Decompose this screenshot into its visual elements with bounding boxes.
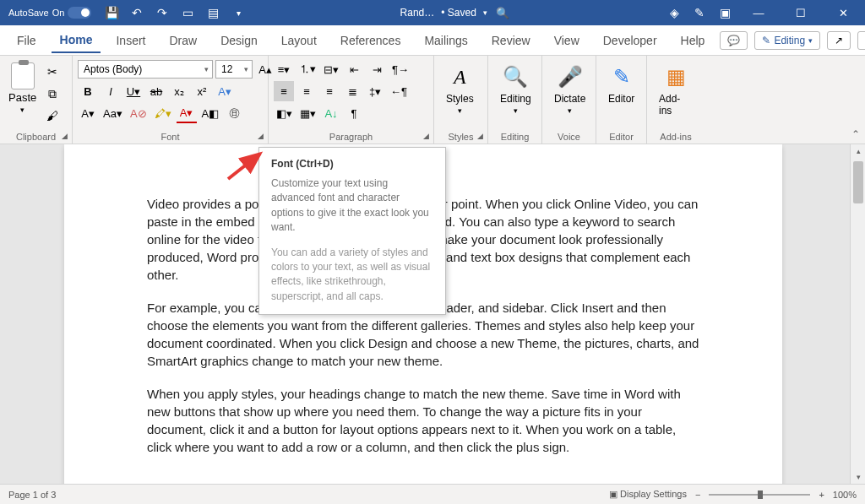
group-editor: ✎ Editor Editor (596, 56, 647, 144)
align-right-icon[interactable]: ≡ (319, 81, 340, 101)
shading-icon[interactable]: ◧▾ (274, 103, 295, 123)
rtl-icon[interactable]: ←¶ (388, 81, 410, 101)
editing-mode-button[interactable]: ✎ Editing ▾ (754, 31, 820, 50)
scroll-thumb[interactable] (853, 161, 863, 203)
save-icon[interactable]: 💾 (101, 3, 122, 23)
editor-button[interactable]: ✎ Editor (601, 59, 641, 108)
tab-view[interactable]: View (546, 29, 588, 52)
addins-button[interactable]: ▦ Add-ins (652, 59, 699, 120)
clipboard-icon (11, 62, 35, 89)
styles-launcher[interactable]: ◢ (474, 130, 486, 142)
paragraph[interactable]: When you apply styles, your headings cha… (147, 385, 699, 456)
tab-mailings[interactable]: Mailings (416, 29, 476, 52)
clipboard-launcher[interactable]: ◢ (58, 130, 70, 142)
qat-more-icon[interactable]: ▾ (228, 3, 248, 23)
tab-home[interactable]: Home (52, 28, 101, 53)
styles-button[interactable]: A Styles ▾ (439, 59, 481, 118)
document-title[interactable]: Rand… • Saved ▾ (400, 7, 487, 19)
editing-button[interactable]: 🔍 Editing ▾ (493, 59, 538, 118)
tab-review[interactable]: Review (483, 29, 539, 52)
wand-icon[interactable]: ✎ (689, 3, 710, 23)
zoom-slider[interactable] (709, 494, 810, 496)
underline-button[interactable]: U▾ (123, 81, 144, 101)
copy-icon[interactable]: ⧉ (43, 84, 62, 103)
numbering-icon[interactable]: ⒈▾ (296, 59, 318, 79)
tab-design[interactable]: Design (212, 29, 266, 52)
close-button[interactable]: ✕ (824, 0, 862, 25)
increase-indent-icon[interactable]: ⇥ (367, 59, 387, 79)
justify-icon[interactable]: ≣ (342, 81, 362, 101)
redo-icon[interactable]: ↷ (152, 3, 172, 23)
group-clipboard: Paste ▾ ✂ ⧉ 🖌 Clipboard ◢ (0, 56, 73, 144)
chevron-down-icon: ▾ (458, 106, 462, 115)
minimize-button[interactable]: — (740, 0, 777, 25)
group-paragraph: ≡▾ ⒈▾ ⊟▾ ⇤ ⇥ ¶→ ≡ ≡ ≡ ≣ ‡▾ ←¶ ◧▾ ▦ (269, 56, 434, 144)
tab-insert[interactable]: Insert (107, 29, 154, 52)
bold-button[interactable]: B (78, 81, 98, 101)
paste-button[interactable]: Paste ▾ (5, 59, 40, 117)
italic-button[interactable]: I (101, 81, 121, 101)
search-icon[interactable]: 🔍 (492, 3, 513, 23)
toggle-icon[interactable] (68, 7, 91, 19)
qat-icon[interactable]: ▭ (177, 3, 198, 23)
line-spacing-icon[interactable]: ‡▾ (365, 81, 385, 101)
subscript-button[interactable]: x₂ (169, 81, 189, 101)
collapse-ribbon-icon[interactable]: ⌃ (851, 128, 860, 140)
zoom-in-button[interactable]: + (819, 490, 824, 500)
group-label: Voice (547, 130, 590, 142)
cut-icon[interactable]: ✂ (43, 62, 62, 81)
profile-button[interactable]: 👤 (857, 31, 865, 50)
autosave-control[interactable]: AutoSave On (3, 6, 96, 19)
autosave-label: AutoSave (8, 8, 49, 18)
page-indicator[interactable]: Page 1 of 3 (8, 490, 56, 500)
align-left-icon[interactable]: ≡ (274, 81, 294, 101)
shrink-font-icon[interactable]: A▾ (78, 103, 98, 123)
font-color-icon[interactable]: A▾ (177, 103, 197, 123)
qat-icon-2[interactable]: ▤ (203, 3, 223, 23)
tab-developer[interactable]: Developer (595, 29, 666, 52)
paragraph-launcher[interactable]: ◢ (420, 130, 432, 142)
tab-layout[interactable]: Layout (273, 29, 325, 52)
zoom-out-button[interactable]: − (695, 490, 700, 500)
multilevel-icon[interactable]: ⊟▾ (321, 59, 341, 79)
scroll-down-icon[interactable]: ▾ (851, 470, 865, 484)
character-shading-icon[interactable]: A◧ (199, 103, 222, 123)
ribbon-tabs: File Home Insert Draw Design Layout Refe… (0, 25, 865, 56)
enclose-icon[interactable]: ㊐ (224, 103, 244, 123)
strike-button[interactable]: ab (146, 81, 166, 101)
font-name-combo[interactable]: Aptos (Body) (78, 60, 213, 79)
display-settings-button[interactable]: ▣ Display Settings (609, 489, 687, 500)
font-size-combo[interactable]: 12 (215, 60, 253, 79)
font-dialog-launcher[interactable]: ◢ (254, 130, 266, 142)
maximize-button[interactable]: ☐ (782, 0, 819, 25)
vertical-scrollbar[interactable]: ▴ ▾ (850, 144, 865, 484)
diamond-icon[interactable]: ◈ (664, 3, 684, 23)
text-effects-icon[interactable]: A▾ (215, 81, 235, 101)
undo-icon[interactable]: ↶ (127, 3, 147, 23)
zoom-level[interactable]: 100% (833, 490, 857, 500)
tab-file[interactable]: File (8, 29, 45, 52)
highlight-icon[interactable]: 🖍▾ (152, 103, 174, 123)
tab-draw[interactable]: Draw (160, 29, 205, 52)
scroll-up-icon[interactable]: ▴ (851, 144, 865, 158)
format-painter-icon[interactable]: 🖌 (43, 106, 62, 125)
change-case-icon[interactable]: Aa▾ (101, 103, 125, 123)
share-button[interactable]: ↗ (827, 31, 851, 50)
tab-help[interactable]: Help (672, 29, 714, 52)
dictate-button[interactable]: 🎤 Dictate ▾ (547, 59, 592, 118)
group-label: Paragraph (274, 130, 428, 142)
show-marks-icon[interactable]: ¶ (344, 103, 364, 123)
ltr-icon[interactable]: ¶→ (389, 59, 411, 79)
clear-format-icon[interactable]: A⊘ (128, 103, 150, 123)
align-center-icon[interactable]: ≡ (296, 81, 317, 101)
comments-button[interactable]: 💬 (720, 31, 748, 50)
superscript-button[interactable]: x² (192, 81, 212, 101)
borders-icon[interactable]: ▦▾ (297, 103, 318, 123)
tab-references[interactable]: References (332, 29, 410, 52)
sort-icon[interactable]: A↓ (321, 103, 341, 123)
bullets-icon[interactable]: ≡▾ (274, 59, 294, 79)
decrease-indent-icon[interactable]: ⇤ (344, 59, 364, 79)
group-editing: 🔍 Editing ▾ Editing (488, 56, 542, 144)
editor-icon: ✎ (609, 62, 634, 91)
window-icon[interactable]: ▣ (715, 3, 735, 23)
